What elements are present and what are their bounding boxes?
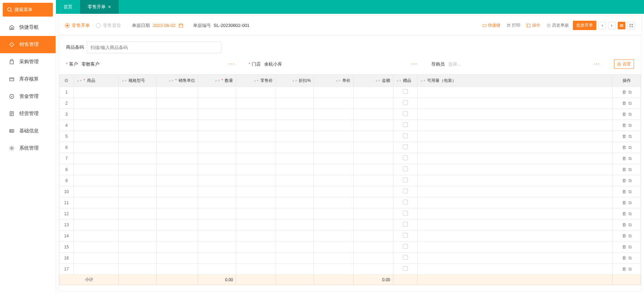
delete-icon[interactable]: 🗑 xyxy=(622,112,626,117)
gift-checkbox[interactable] xyxy=(403,200,408,205)
cell-amount[interactable] xyxy=(354,197,393,208)
cell-unit-price[interactable] xyxy=(314,230,354,241)
cell-qty[interactable] xyxy=(198,219,236,230)
cell-unit-price[interactable] xyxy=(314,120,354,131)
cell-product[interactable] xyxy=(74,197,119,208)
copy-icon[interactable]: ⧉ xyxy=(628,89,632,95)
cell-discount[interactable] xyxy=(276,219,314,230)
cell-unit-price[interactable] xyxy=(314,131,354,142)
cell-retail[interactable] xyxy=(236,175,276,186)
col-amount[interactable]: 金额 xyxy=(382,78,390,84)
copy-icon[interactable]: ⧉ xyxy=(628,167,632,172)
cell-gift[interactable] xyxy=(393,208,417,219)
gift-checkbox[interactable] xyxy=(403,266,408,271)
cell-discount[interactable] xyxy=(276,230,314,241)
operate-link[interactable]: 操作 xyxy=(525,22,542,28)
sidebar-item-7[interactable]: 系统管理 xyxy=(0,140,56,157)
cell-discount[interactable] xyxy=(276,87,314,98)
table-row[interactable]: 16🗑⧉ xyxy=(59,253,641,264)
guide-field[interactable]: 导购员 选择... ⋯ xyxy=(431,60,600,68)
cell-unit-price[interactable] xyxy=(314,87,354,98)
cell-gift[interactable] xyxy=(393,153,417,164)
col-gift[interactable]: 赠品 xyxy=(403,78,411,84)
cell-product[interactable] xyxy=(74,241,119,253)
cell-unit-price[interactable] xyxy=(314,153,354,164)
col-unit[interactable]: 销售单位 xyxy=(179,78,195,84)
cell-discount[interactable] xyxy=(276,131,314,142)
cell-qty[interactable] xyxy=(198,120,236,131)
table-scroll[interactable]: ⚙ ▲▼*商品 ▲▼规格型号 ▲▼*销售单位 ▲▼*数量 ▲▼零售价 ▲▼折扣%… xyxy=(59,74,641,291)
cell-discount[interactable] xyxy=(276,241,314,253)
delete-icon[interactable]: 🗑 xyxy=(622,189,626,194)
cell-qty[interactable] xyxy=(198,197,236,208)
delete-icon[interactable]: 🗑 xyxy=(622,222,626,227)
col-product[interactable]: 商品 xyxy=(87,78,95,84)
cell-product[interactable] xyxy=(74,120,119,131)
delete-icon[interactable]: 🗑 xyxy=(622,145,626,150)
cell-gift[interactable] xyxy=(393,87,417,98)
cell-qty[interactable] xyxy=(198,264,236,275)
cell-unit-price[interactable] xyxy=(314,109,354,120)
delete-icon[interactable]: 🗑 xyxy=(622,244,626,249)
cell-retail[interactable] xyxy=(236,197,276,208)
col-qty[interactable]: 数量 xyxy=(225,78,233,84)
cell-unit[interactable] xyxy=(157,131,198,142)
delete-icon[interactable]: 🗑 xyxy=(622,233,626,238)
copy-icon[interactable]: ⧉ xyxy=(628,233,632,238)
cell-unit[interactable] xyxy=(157,186,198,197)
gift-checkbox[interactable] xyxy=(403,122,408,127)
cell-unit[interactable] xyxy=(157,253,198,264)
gift-checkbox[interactable] xyxy=(403,255,408,260)
cell-spec[interactable] xyxy=(119,175,157,186)
cell-product[interactable] xyxy=(74,186,119,197)
cell-product[interactable] xyxy=(74,109,119,120)
cell-qty[interactable] xyxy=(198,109,236,120)
cell-product[interactable] xyxy=(74,153,119,164)
cell-gift[interactable] xyxy=(393,142,417,153)
cell-qty[interactable] xyxy=(198,241,236,253)
delete-icon[interactable]: 🗑 xyxy=(622,200,626,205)
cell-qty[interactable] xyxy=(198,98,236,109)
cell-gift[interactable] xyxy=(393,175,417,186)
cell-gift[interactable] xyxy=(393,253,417,264)
cell-discount[interactable] xyxy=(276,153,314,164)
copy-icon[interactable]: ⧉ xyxy=(628,178,632,183)
cell-spec[interactable] xyxy=(119,197,157,208)
cell-spec[interactable] xyxy=(119,253,157,264)
cell-unit-price[interactable] xyxy=(314,264,354,275)
cell-product[interactable] xyxy=(74,208,119,219)
print-link[interactable]: 打印 xyxy=(504,22,522,28)
cell-gift[interactable] xyxy=(393,131,417,142)
cell-retail[interactable] xyxy=(236,253,276,264)
cell-retail[interactable] xyxy=(236,131,276,142)
cell-unit[interactable] xyxy=(157,175,198,186)
cell-retail[interactable] xyxy=(236,219,276,230)
cell-gift[interactable] xyxy=(393,197,417,208)
delete-icon[interactable]: 🗑 xyxy=(622,211,626,216)
cell-retail[interactable] xyxy=(236,153,276,164)
sort-icon[interactable]: ▲▼ xyxy=(77,80,82,82)
copy-icon[interactable]: ⧉ xyxy=(628,156,632,161)
copy-icon[interactable]: ⧉ xyxy=(628,222,632,227)
sidebar-item-6[interactable]: 基础信息 xyxy=(0,122,56,140)
sort-icon[interactable]: ▲▼ xyxy=(253,80,259,82)
sort-icon[interactable]: ▲▼ xyxy=(420,80,426,82)
cell-qty[interactable] xyxy=(198,153,236,164)
delete-icon[interactable]: 🗑 xyxy=(622,178,626,183)
date-value[interactable]: 2023-06-02 xyxy=(153,23,176,28)
cell-amount[interactable] xyxy=(354,87,393,98)
table-row[interactable]: 10🗑⧉ xyxy=(59,186,641,197)
cell-retail[interactable] xyxy=(236,98,276,109)
sidebar-item-3[interactable]: 库存核算 xyxy=(0,70,56,88)
cell-retail[interactable] xyxy=(236,230,276,241)
gift-checkbox[interactable] xyxy=(403,244,408,249)
cell-gift[interactable] xyxy=(393,264,417,275)
list-view-button[interactable] xyxy=(618,22,625,29)
table-row[interactable]: 6🗑⧉ xyxy=(59,142,641,153)
cell-spec[interactable] xyxy=(119,87,157,98)
cell-product[interactable] xyxy=(74,87,119,98)
sidebar-item-1[interactable]: 销售管理 xyxy=(0,36,56,53)
cell-discount[interactable] xyxy=(276,253,314,264)
cell-unit-price[interactable] xyxy=(314,208,354,219)
cell-retail[interactable] xyxy=(236,142,276,153)
